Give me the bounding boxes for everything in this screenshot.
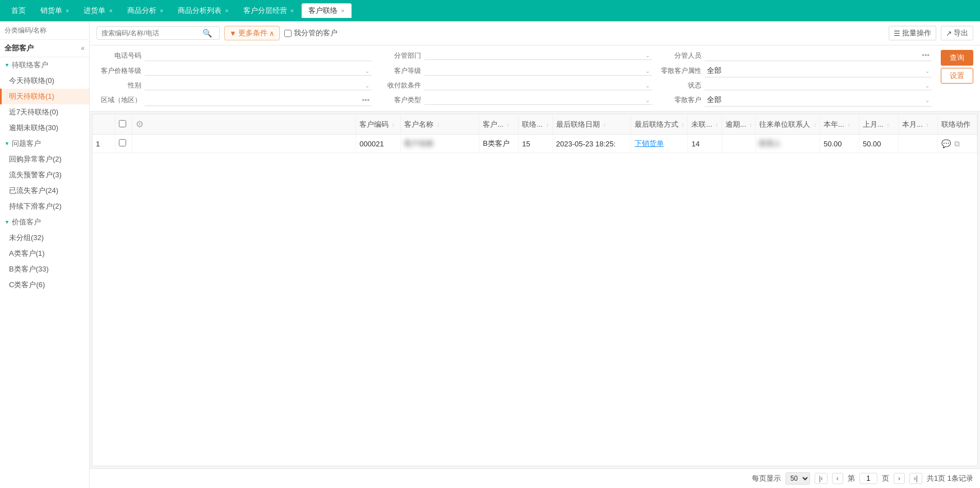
dept-select[interactable]: ⌄: [424, 51, 651, 60]
payment-select[interactable]: ⌄: [424, 81, 651, 90]
sort-icon[interactable]: ↕: [437, 122, 440, 128]
chevron-down-icon: ⌄: [645, 52, 650, 58]
sort-icon[interactable]: ↕: [507, 122, 510, 128]
sort-icon[interactable]: ↕: [749, 122, 752, 128]
col-header-check: [115, 114, 132, 135]
sidebar-item-overdue[interactable]: 逾期未联络(30): [0, 120, 89, 136]
grid-action-icon[interactable]: ⧉: [954, 139, 960, 149]
cell-year-sales: 50.00: [820, 135, 859, 153]
col-header-code: 客户编码 ↕: [356, 114, 401, 135]
my-customers-checkbox-label[interactable]: 我分管的客户: [284, 28, 338, 38]
sort-icon[interactable]: ↕: [926, 122, 928, 128]
set-button[interactable]: 设置: [941, 68, 973, 84]
sort-icon[interactable]: ↕: [886, 122, 889, 128]
chevron-down-icon: ⌄: [925, 97, 930, 103]
nav-product-analysis-list[interactable]: 商品分析列表 ×: [171, 3, 235, 18]
sidebar-item-class-b[interactable]: B类客户(33): [0, 261, 89, 277]
export-button[interactable]: ↗ 导出: [941, 26, 973, 40]
next-page-button[interactable]: ›: [894, 473, 905, 484]
cell-contact-count: 15: [519, 135, 552, 153]
cell-last-month: 50.00: [859, 135, 899, 153]
close-icon[interactable]: ×: [109, 7, 112, 14]
nav-customer-tier[interactable]: 客户分层经营 ×: [237, 3, 301, 18]
nav-home[interactable]: 首页: [4, 3, 33, 18]
dept-label: 分管部门: [376, 51, 421, 61]
retail-customer-select[interactable]: 全部 ⌄: [705, 94, 932, 107]
nav-sales[interactable]: 销货单 ×: [34, 3, 76, 18]
col-header-uncontact: 未联... ↕: [688, 114, 722, 135]
chevron-up-icon: ∧: [269, 29, 275, 38]
sidebar-item-repurchase-abnormal[interactable]: 回购异常客户(2): [0, 151, 89, 167]
retail-attr-label: 零散客户属性: [657, 66, 701, 76]
sidebar-item-declining[interactable]: 持续下滑客户(2): [0, 199, 89, 214]
more-filters-button[interactable]: ▼ 更多条件 ∧: [224, 26, 280, 40]
close-icon[interactable]: ×: [160, 7, 163, 14]
table-header-row: ⚙ 客户编码 ↕ 客户名称 ↕ 客户... ↕: [93, 114, 977, 135]
sort-icon[interactable]: ↕: [546, 122, 549, 128]
close-icon[interactable]: ×: [225, 7, 228, 14]
price-grade-select[interactable]: ⌄: [145, 67, 372, 76]
cell-last-date: 2023-05-23 18:25:: [552, 135, 631, 153]
sort-icon[interactable]: ↕: [392, 122, 395, 128]
sidebar-item-class-a[interactable]: A类客户(1): [0, 246, 89, 261]
customer-type-label: 客户类型: [376, 95, 421, 105]
last-page-button[interactable]: ›|: [909, 473, 922, 484]
sidebar-group-value: 价值客户: [0, 214, 89, 230]
sidebar-item-today[interactable]: 今天待联络(0): [0, 73, 89, 89]
manager-select[interactable]: •••: [705, 50, 932, 61]
first-page-button[interactable]: |‹: [815, 473, 828, 484]
batch-op-button[interactable]: ☰ 批量操作: [889, 26, 936, 40]
sidebar-item-churn-warning[interactable]: 流失预警客户(3): [0, 167, 89, 183]
close-icon[interactable]: ×: [290, 7, 294, 14]
sidebar-search-input[interactable]: [4, 26, 89, 34]
sort-icon[interactable]: ↕: [813, 122, 816, 128]
filter-status: 状态 ⌄: [657, 81, 932, 90]
search-icon[interactable]: 🔍: [202, 29, 212, 38]
filter-row-3: 性别 ⌄ 收付款条件 ⌄ 状态: [96, 81, 932, 90]
sort-icon[interactable]: ↕: [681, 122, 684, 128]
per-page-select[interactable]: 50: [785, 472, 810, 485]
chevron-down-icon: ⌄: [925, 68, 930, 74]
sidebar-item-ungrouped[interactable]: 未分组(32): [0, 230, 89, 246]
page-number-input[interactable]: [859, 473, 877, 484]
gender-select[interactable]: ⌄: [145, 81, 372, 90]
status-label: 状态: [657, 81, 701, 90]
customer-grade-select[interactable]: ⌄: [424, 67, 651, 76]
close-icon[interactable]: ×: [66, 7, 69, 14]
chevron-down-icon: ⌄: [645, 97, 650, 103]
sidebar-item-tomorrow[interactable]: 明天待联络(1): [0, 89, 89, 104]
area-select[interactable]: •••: [145, 95, 372, 106]
row-checkbox[interactable]: [119, 139, 126, 146]
search-input[interactable]: [101, 29, 202, 37]
sidebar-item-7days[interactable]: 近7天待联络(0): [0, 104, 89, 120]
filter-row-2: 客户价格等级 ⌄ 客户等级 ⌄ 零散客户属性: [96, 65, 932, 77]
sort-icon[interactable]: ↕: [603, 122, 605, 128]
cell-overdue: [722, 135, 755, 153]
all-customers-title[interactable]: 全部客户 «: [0, 40, 89, 57]
more-icon[interactable]: •••: [922, 51, 930, 59]
close-icon[interactable]: ×: [341, 7, 344, 14]
status-select[interactable]: ⌄: [705, 81, 932, 90]
sort-icon[interactable]: ↕: [847, 122, 850, 128]
more-icon[interactable]: •••: [362, 96, 370, 104]
query-button[interactable]: 查询: [941, 50, 973, 66]
sidebar-item-class-c[interactable]: C类客户(6): [0, 277, 89, 293]
phone-input[interactable]: [145, 50, 372, 61]
last-method-link[interactable]: 下销货单: [635, 139, 664, 148]
cell-check: [115, 135, 132, 153]
table-container: ⚙ 客户编码 ↕ 客户名称 ↕ 客户... ↕: [92, 114, 978, 466]
select-all-checkbox[interactable]: [119, 120, 126, 127]
nav-purchase[interactable]: 进货单 ×: [77, 3, 119, 18]
sidebar-item-churned[interactable]: 已流失客户(24): [0, 183, 89, 199]
prev-page-button[interactable]: ‹: [832, 473, 843, 484]
my-customers-checkbox[interactable]: [284, 30, 292, 37]
collapse-icon[interactable]: «: [81, 44, 85, 52]
nav-product-analysis[interactable]: 商品分析 ×: [121, 3, 170, 18]
retail-attr-select[interactable]: 全部 ⌄: [705, 65, 932, 77]
col-header-year: 本年... ↕: [820, 114, 859, 135]
sort-icon[interactable]: ↕: [715, 122, 718, 128]
gear-icon[interactable]: ⚙: [136, 119, 144, 129]
comment-action-icon[interactable]: 💬: [941, 139, 951, 148]
customer-type-select[interactable]: ⌄: [424, 96, 651, 105]
nav-customer-contact[interactable]: 客户联络 ×: [302, 3, 351, 18]
